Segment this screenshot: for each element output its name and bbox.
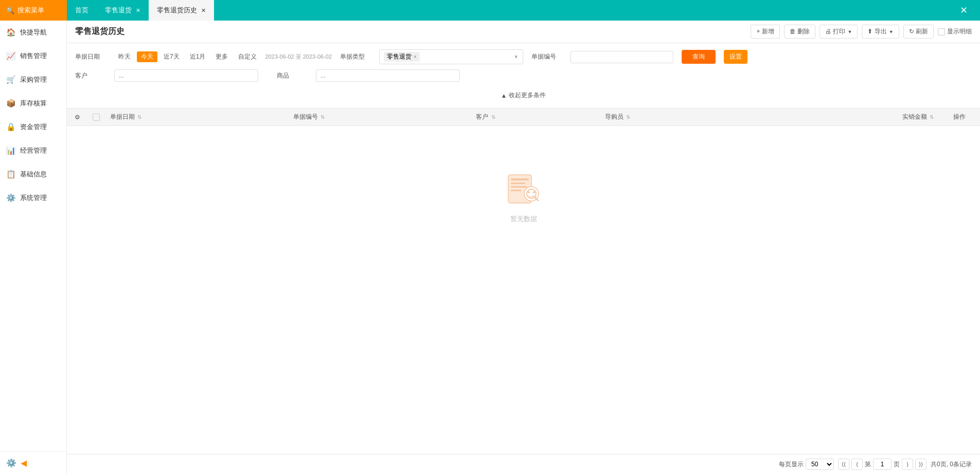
date-filters: 昨天 今天 近7天 近1月 更多 自定义 2023-06-02 至 2023-0… xyxy=(114,51,332,62)
export-dropdown-icon: ▼ xyxy=(889,29,894,34)
type-filter-label: 单据类型 xyxy=(340,52,371,61)
settings-icon[interactable]: ⚙ xyxy=(75,114,80,121)
sidebar-item-basic-info[interactable]: 📋 基础信息 xyxy=(0,162,66,186)
customer-filter-input[interactable] xyxy=(114,69,258,82)
sidebar-item-system[interactable]: ⚙️ 系统管理 xyxy=(0,186,66,210)
first-page-btn[interactable]: ⟨⟨ xyxy=(838,459,849,470)
search-menu-btn[interactable]: 🔍 搜索菜单 xyxy=(0,0,67,21)
tab-bar: 首页 零售退货 ✕ 零售退货历史 ✕ xyxy=(67,0,956,21)
page-nav: ⟨⟨ ⟨ 第 1 页 ⟩ ⟩⟩ xyxy=(838,459,926,470)
page-title: 零售退货历史 xyxy=(75,26,751,37)
th-settings[interactable]: ⚙ xyxy=(67,108,87,126)
query-button[interactable]: 查询 xyxy=(682,50,716,64)
per-page-select[interactable]: 20 50 100 xyxy=(806,459,834,470)
date-btn-custom[interactable]: 自定义 xyxy=(234,51,261,62)
home-icon: 🏠 xyxy=(6,28,16,37)
guide-sort-icon: ⇅ xyxy=(626,114,630,120)
customer-filter-label: 客户 xyxy=(75,71,106,80)
chevron-up-icon: ▲ xyxy=(501,92,507,99)
th-actions: 操作 xyxy=(939,108,980,126)
sidebar-item-inventory[interactable]: 📦 库存核算 xyxy=(0,92,66,115)
finance-icon: 🔒 xyxy=(6,122,16,132)
number-sort-icon: ⇅ xyxy=(320,114,325,120)
settings-button[interactable]: 设置 xyxy=(724,50,747,64)
collapse-more-btn[interactable]: ▲ 收起更多条件 xyxy=(495,89,553,102)
refresh-button[interactable]: ↻ 刷新 xyxy=(903,25,934,39)
page-header: 零售退货历史 + 新增 🗑 删除 🖨 打印 ▼ ⬆ 导出 ▼ ↻ 刷新 显示明细 xyxy=(67,21,980,43)
sidebar-item-sales[interactable]: 📈 销售管理 xyxy=(0,44,66,68)
select-all-checkbox[interactable] xyxy=(93,114,100,121)
goods-filter-label: 商品 xyxy=(277,71,308,80)
sidebar-item-purchase[interactable]: 🛒 采购管理 xyxy=(0,68,66,92)
tab-retail-return[interactable]: 零售退货 ✕ xyxy=(97,0,149,21)
page-number-input[interactable]: 1 xyxy=(873,459,892,470)
delete-button[interactable]: 🗑 删除 xyxy=(784,25,815,39)
th-number[interactable]: 单据编号 ⇅ xyxy=(288,108,471,126)
svg-rect-4 xyxy=(511,190,521,191)
content-area: 零售退货历史 + 新增 🗑 删除 🖨 打印 ▼ ⬆ 导出 ▼ ↻ 刷新 显示明细 xyxy=(67,21,980,474)
svg-rect-1 xyxy=(511,178,529,180)
tab-retail-return-close[interactable]: ✕ xyxy=(136,7,140,14)
date-sort-icon: ⇅ xyxy=(137,114,141,120)
empty-text: 暂无数据 xyxy=(510,214,537,224)
svg-point-8 xyxy=(528,191,530,193)
export-button[interactable]: ⬆ 导出 ▼ xyxy=(862,25,899,39)
operations-icon: 📊 xyxy=(6,146,16,155)
next-page-btn[interactable]: ⟩ xyxy=(902,459,913,470)
sidebar-item-finance[interactable]: 🔒 资金管理 xyxy=(0,115,66,139)
type-dropdown-arrow: ▼ xyxy=(513,54,519,60)
table-header-row: ⚙ 单据日期 ⇅ 单据编号 ⇅ xyxy=(67,108,980,126)
type-filter-select[interactable]: 零售退货 × ▼ xyxy=(379,49,523,64)
sidebar-item-operations[interactable]: 📊 经营管理 xyxy=(0,139,66,162)
date-btn-yesterday[interactable]: 昨天 xyxy=(114,51,135,62)
customer-sort-icon: ⇅ xyxy=(491,114,495,120)
filter-area: 单据日期 昨天 今天 近7天 近1月 更多 自定义 2023-06-02 至 2… xyxy=(67,43,980,108)
th-checkbox[interactable] xyxy=(87,108,105,126)
filter-row-2: 客户 商品 xyxy=(75,69,972,82)
type-tag: 零售退货 × xyxy=(384,52,420,62)
date-btn-today[interactable]: 今天 xyxy=(137,51,157,62)
tab-retail-return-history[interactable]: 零售退货历史 ✕ xyxy=(149,0,214,21)
last-page-btn[interactable]: ⟩⟩ xyxy=(915,459,926,470)
th-date[interactable]: 单据日期 ⇅ xyxy=(105,108,288,126)
sidebar-collapse-btn[interactable]: ◀ xyxy=(21,458,27,468)
new-button[interactable]: + 新增 xyxy=(751,25,779,39)
sidebar-item-quick-nav[interactable]: 🏠 快捷导航 xyxy=(0,21,66,44)
table-area: ⚙ 单据日期 ⇅ 单据编号 ⇅ xyxy=(67,108,980,454)
type-tag-close[interactable]: × xyxy=(414,54,417,60)
collapse-row: ▲ 收起更多条件 xyxy=(75,87,972,102)
window-close-btn[interactable]: ✕ xyxy=(956,5,972,15)
show-detail-checkbox-box[interactable] xyxy=(938,28,945,35)
th-amount[interactable]: 实销金额 ⇅ xyxy=(756,108,939,126)
print-button[interactable]: 🖨 打印 ▼ xyxy=(819,25,858,39)
date-btn-7days[interactable]: 近7天 xyxy=(159,51,184,62)
prev-page-btn[interactable]: ⟨ xyxy=(851,459,863,470)
sidebar-bottom: ⚙️ ◀ xyxy=(0,451,66,474)
svg-rect-3 xyxy=(511,186,527,188)
header-actions: + 新增 🗑 删除 🖨 打印 ▼ ⬆ 导出 ▼ ↻ 刷新 显示明细 xyxy=(751,25,972,39)
sidebar-settings-btn[interactable]: ⚙️ xyxy=(6,458,16,468)
amount-sort-icon: ⇅ xyxy=(930,114,934,120)
tab-retail-return-history-close[interactable]: ✕ xyxy=(201,7,206,14)
per-page-selector: 每页显示 20 50 100 xyxy=(779,459,834,470)
total-info: 共0页, 0条记录 xyxy=(931,460,972,469)
tab-home[interactable]: 首页 xyxy=(67,0,97,21)
basic-info-icon: 📋 xyxy=(6,170,16,179)
filter-row-1: 单据日期 昨天 今天 近7天 近1月 更多 自定义 2023-06-02 至 2… xyxy=(75,49,972,64)
th-customer[interactable]: 客户 ⇅ xyxy=(471,108,600,126)
date-btn-1month[interactable]: 近1月 xyxy=(186,51,210,62)
data-table: ⚙ 单据日期 ⇅ 单据编号 ⇅ xyxy=(67,108,980,126)
number-filter-input[interactable] xyxy=(571,51,673,63)
svg-point-9 xyxy=(533,191,535,193)
date-filter-label: 单据日期 xyxy=(75,52,106,61)
empty-icon xyxy=(503,167,544,208)
search-icon: 🔍 xyxy=(6,7,14,14)
goods-filter-input[interactable] xyxy=(316,69,460,82)
sidebar: 🏠 快捷导航 📈 销售管理 🛒 采购管理 📦 库存核算 🔒 资金管理 📊 经营管… xyxy=(0,21,67,474)
show-detail-checkbox[interactable]: 显示明细 xyxy=(938,27,972,36)
date-btn-more[interactable]: 更多 xyxy=(211,51,232,62)
inventory-icon: 📦 xyxy=(6,99,16,108)
th-guide[interactable]: 导购员 ⇅ xyxy=(600,108,756,126)
search-menu-label: 搜索菜单 xyxy=(17,6,44,15)
system-icon: ⚙️ xyxy=(6,193,16,203)
